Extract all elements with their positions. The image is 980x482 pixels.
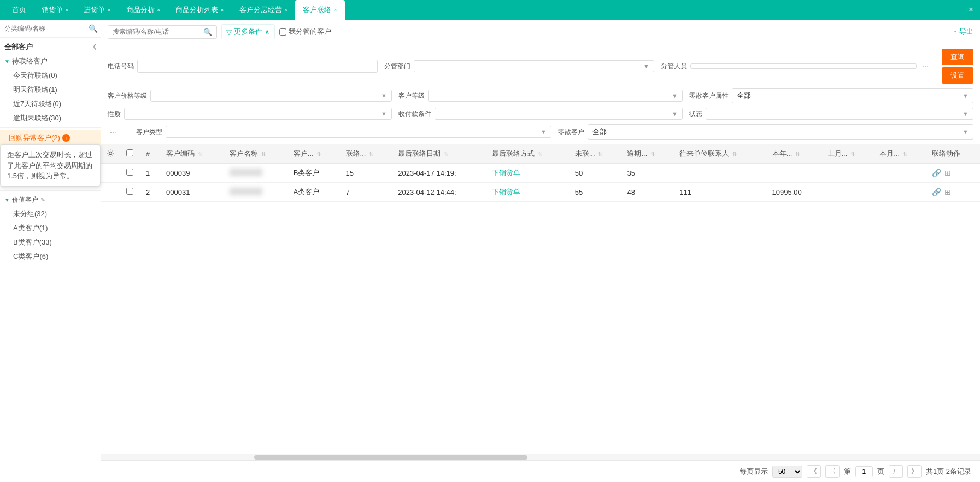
manager-dots-button[interactable]: ··· <box>920 62 931 71</box>
row2-last-contact-method[interactable]: 下销货单 <box>486 183 570 202</box>
nav-product-analysis-close[interactable]: × <box>157 7 160 13</box>
my-customers-checkbox-label[interactable]: 我分管的客户 <box>279 27 331 37</box>
nav-product-analysis-list[interactable]: 商品分析列表 × <box>168 0 231 20</box>
date-sort-icon[interactable]: ⇅ <box>444 151 448 157</box>
filter-more-dots-button[interactable]: ··· <box>108 127 119 136</box>
unit-contact-sort-icon[interactable]: ⇅ <box>732 151 737 157</box>
row1-grid-icon[interactable]: ⊞ <box>944 169 951 177</box>
th-code[interactable]: 客户编码 ⇅ <box>161 144 224 164</box>
th-settings[interactable] <box>101 144 121 164</box>
th-checkbox[interactable] <box>121 144 140 164</box>
select-all-checkbox[interactable] <box>126 149 133 156</box>
row1-checkbox[interactable] <box>121 164 140 183</box>
th-overdue[interactable]: 逾期... ⇅ <box>621 144 674 164</box>
contact-sort-icon[interactable]: ⇅ <box>369 151 373 157</box>
th-name[interactable]: 客户名称 ⇅ <box>224 144 287 164</box>
value-customers-title[interactable]: 价值客户 <box>12 195 38 205</box>
th-last-month[interactable]: 上月... ⇅ <box>822 144 875 164</box>
row2-select-checkbox[interactable] <box>126 188 133 195</box>
sidebar-item-repurchase-abnormal[interactable]: 回购异常客户(2) i <box>0 130 101 146</box>
th-last-contact-method[interactable]: 最后联络方式 ⇅ <box>486 144 570 164</box>
this-month-sort-icon[interactable]: ⇅ <box>903 151 907 157</box>
scrollbar-thumb[interactable] <box>254 455 527 460</box>
th-category[interactable]: 客户... ⇅ <box>288 144 341 164</box>
method-sort-icon[interactable]: ⇅ <box>538 151 542 157</box>
th-no-contact[interactable]: 未联... ⇅ <box>570 144 622 164</box>
sidebar-item-7days[interactable]: 近7天待联络(0) <box>0 97 101 111</box>
row1-last-contact-method[interactable]: 下销货单 <box>486 164 570 183</box>
nav-product-analysis[interactable]: 商品分析 × <box>119 0 168 20</box>
category-sort-icon[interactable]: ⇅ <box>316 151 321 157</box>
sidebar-search-icon[interactable]: 🔍 <box>89 24 98 33</box>
row2-code[interactable]: 000031 <box>161 183 224 202</box>
filter-status-select[interactable]: ▼ <box>706 108 973 120</box>
nav-product-analysis-list-close[interactable]: × <box>220 7 224 13</box>
filter-customer-type-select[interactable]: ▼ <box>166 126 551 138</box>
overdue-sort-icon[interactable]: ⇅ <box>650 151 655 157</box>
nav-customer-contact[interactable]: 客户联络 × <box>295 0 344 20</box>
filter-retail-attr-select[interactable]: 全部 ▼ <box>732 88 973 103</box>
toolbar-search-icon[interactable]: 🔍 <box>203 28 212 36</box>
prev-page-button[interactable]: 〈 <box>825 465 840 478</box>
per-page-select[interactable]: 50 20 100 <box>772 466 802 478</box>
sidebar-collapse-button[interactable]: 《 <box>90 43 96 52</box>
th-unit-contact[interactable]: 往来单位联系人 ⇅ <box>674 144 766 164</box>
nav-home[interactable]: 首页 <box>4 0 34 20</box>
filter-price-level-select[interactable]: ▼ <box>150 90 392 102</box>
filter-manager-select[interactable] <box>690 63 917 69</box>
next-page-button[interactable]: 〉 <box>889 465 903 478</box>
filter-dept-select[interactable]: ▼ <box>414 60 654 72</box>
th-contact[interactable]: 联络... ⇅ <box>341 144 393 164</box>
sidebar-item-ungrouped[interactable]: 未分组(32) <box>0 207 101 221</box>
toolbar-search-input[interactable] <box>113 28 201 36</box>
sidebar-item-today[interactable]: 今天待联络(0) <box>0 68 101 83</box>
name-sort-icon[interactable]: ⇅ <box>261 151 266 157</box>
settings-button[interactable]: 设置 <box>942 67 973 84</box>
code-sort-icon[interactable]: ⇅ <box>198 151 202 157</box>
window-close-button[interactable]: × <box>969 5 973 15</box>
nav-customer-segment[interactable]: 客户分层经营 × <box>232 0 295 20</box>
row1-select-checkbox[interactable] <box>126 169 133 176</box>
no-contact-sort-icon[interactable]: ⇅ <box>598 151 602 157</box>
row2-checkbox[interactable] <box>121 183 140 202</box>
row2-link-icon[interactable]: 🔗 <box>932 188 941 196</box>
nav-purchase[interactable]: 进货单 × <box>76 0 118 20</box>
sidebar-item-overdue[interactable]: 逾期未联络(30) <box>0 111 101 125</box>
sidebar-item-c-class[interactable]: C类客户(6) <box>0 249 101 264</box>
sidebar-item-tomorrow[interactable]: 明天待联络(1) <box>0 83 101 97</box>
page-number-input[interactable] <box>855 466 873 477</box>
info-icon[interactable]: i <box>62 134 70 142</box>
th-this-month[interactable]: 本月... ⇅ <box>874 144 926 164</box>
row2-grid-icon[interactable]: ⊞ <box>944 188 951 196</box>
filter-customer-level-select[interactable]: ▼ <box>428 90 683 102</box>
filter-retail-customer-select[interactable]: 全部 ▼ <box>588 124 973 140</box>
horizontal-scrollbar[interactable] <box>101 454 980 460</box>
nav-customer-contact-close[interactable]: × <box>333 7 337 13</box>
my-customers-checkbox[interactable] <box>279 28 286 36</box>
nav-purchase-close[interactable]: × <box>107 7 110 13</box>
nav-sales-close[interactable]: × <box>65 7 68 13</box>
last-month-sort-icon[interactable]: ⇅ <box>850 151 855 157</box>
nav-customer-segment-close[interactable]: × <box>284 7 287 13</box>
first-page-button[interactable]: 《 <box>807 465 821 478</box>
sidebar-item-b-class[interactable]: B类客户(33) <box>0 235 101 249</box>
th-this-year[interactable]: 本年... ⇅ <box>767 144 822 164</box>
nav-sales[interactable]: 销货单 × <box>34 0 76 20</box>
pending-contact-title[interactable]: ▼ 待联络客户 <box>0 54 101 68</box>
th-last-contact-date[interactable]: 最后联络日期 ⇅ <box>392 144 486 164</box>
row1-code[interactable]: 000039 <box>161 164 224 183</box>
sidebar-search-input[interactable] <box>4 25 86 32</box>
value-customers-edit-icon[interactable]: ✎ <box>40 196 45 204</box>
last-page-button[interactable]: 》 <box>907 465 922 478</box>
more-conditions-button[interactable]: ▽ 更多条件 ∧ <box>221 24 275 39</box>
filter-nature-select[interactable]: ▼ <box>124 108 392 120</box>
export-button[interactable]: ↑ 导出 <box>954 27 974 37</box>
row1-name <box>224 164 287 183</box>
query-button[interactable]: 查询 <box>942 49 973 65</box>
filter-payment-select[interactable]: ▼ <box>435 108 683 120</box>
sidebar-item-a-class[interactable]: A类客户(1) <box>0 221 101 235</box>
row1-link-icon[interactable]: 🔗 <box>932 169 941 177</box>
this-year-sort-icon[interactable]: ⇅ <box>795 151 800 157</box>
filter-nature: 性质 ▼ <box>108 108 392 120</box>
filter-phone-input[interactable] <box>137 60 378 73</box>
